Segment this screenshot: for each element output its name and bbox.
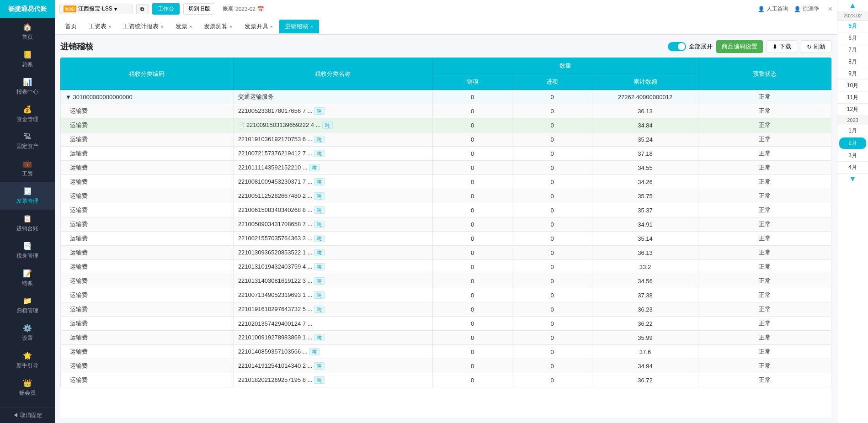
calendar-month-3[interactable]: 3月 bbox=[837, 150, 868, 162]
cell-sales: 0 bbox=[432, 359, 512, 373]
cell-invoice: 2210081009453230371 7 ... 吨 bbox=[233, 175, 432, 189]
calendar-month-4[interactable]: 4月 bbox=[837, 162, 868, 174]
nav-tab-1[interactable]: 工资表× bbox=[83, 20, 117, 33]
table-row: 运输费 2210071349052319693 1 ... 吨 0 0 37.3… bbox=[61, 288, 831, 302]
company-selector[interactable]: 勉励 江西报宝-LSS ▾ bbox=[59, 4, 133, 14]
switch-version-button[interactable]: 切到旧版 bbox=[183, 3, 215, 15]
cell-sales: 0 bbox=[432, 104, 512, 118]
workbench-button[interactable]: 工作台 bbox=[152, 3, 180, 15]
sidebar-label-assets: 固定资产 bbox=[16, 143, 38, 150]
sidebar-label-capital: 资金管理 bbox=[16, 116, 38, 123]
cell-invoice: 2210130936520853522 1 ... 吨 bbox=[233, 246, 432, 260]
sidebar-item-member[interactable]: 👑畅会员 bbox=[0, 374, 55, 402]
calendar-month-6[interactable]: 6月 bbox=[837, 32, 868, 44]
cell-purchase: 0 bbox=[512, 345, 592, 359]
toggle-label-text: 全部展开 bbox=[689, 42, 713, 51]
sidebar-icon-archive: 📁 bbox=[23, 296, 32, 305]
cell-invoice: 2210021557035764363 3 ... 吨 bbox=[233, 232, 432, 246]
cell-purchase: 0 bbox=[512, 373, 592, 387]
cell-name-child: 运输费 bbox=[61, 331, 234, 345]
table-row: 运输费 2210191036192170753 6 ... 吨 0 0 35.2… bbox=[61, 132, 831, 147]
sidebar-label-reports: 报表中心 bbox=[16, 88, 38, 96]
cell-status: 正常 bbox=[698, 147, 831, 161]
sidebar-item-reports[interactable]: 📊报表中心 bbox=[0, 73, 55, 100]
calendar-month-2-active[interactable]: 2月 bbox=[839, 137, 866, 149]
nav-tab-2[interactable]: 工资统计报表× bbox=[117, 20, 169, 33]
cell-cumulative: 34.84 bbox=[592, 118, 698, 132]
cell-name-child: 运输费 bbox=[61, 189, 234, 203]
sidebar-item-capital[interactable]: 💰资金管理 bbox=[0, 100, 55, 128]
cell-sales: 0 bbox=[432, 90, 512, 104]
copy-button[interactable]: ⧉ bbox=[136, 4, 149, 14]
calendar-month-12[interactable]: 12月 bbox=[837, 104, 868, 116]
unit-tag: 吨 bbox=[314, 107, 325, 115]
expand-toggle[interactable]: 全部展开 bbox=[668, 42, 713, 51]
tab-close-4[interactable]: × bbox=[229, 24, 232, 29]
tab-close-2[interactable]: × bbox=[160, 24, 163, 29]
support-label: 人工咨询 bbox=[767, 5, 788, 13]
calendar-month-7[interactable]: 7月 bbox=[837, 44, 868, 56]
tab-close-3[interactable]: × bbox=[189, 24, 192, 29]
table-row: 运输费 2210051125282667480 2 ... 吨 0 0 35.7… bbox=[61, 189, 831, 203]
sidebar-item-home[interactable]: 🏠首页 bbox=[0, 18, 55, 46]
nav-tab-4[interactable]: 发票测算× bbox=[198, 20, 238, 33]
user-name: 徐涯华 bbox=[803, 5, 819, 13]
period-info: 账期 2023-02 📅 bbox=[223, 5, 264, 13]
tree-collapse-icon[interactable]: ▼ bbox=[65, 94, 73, 100]
nav-tab-3[interactable]: 发票× bbox=[170, 20, 197, 33]
col-header-purchase: 进项 bbox=[512, 74, 592, 90]
calendar-month-5[interactable]: 5月 bbox=[837, 21, 868, 32]
sidebar-item-archive[interactable]: 📁归档管理 bbox=[0, 292, 55, 319]
cell-status: 正常 bbox=[698, 260, 831, 274]
tab-label-0: 首页 bbox=[65, 22, 77, 31]
unit-tag: 吨 bbox=[314, 206, 325, 214]
settings-button[interactable]: 商品编码设置 bbox=[716, 40, 763, 53]
calendar-month-11[interactable]: 11月 bbox=[837, 92, 868, 104]
table-row: 运输费 2210111143592152210 ... 吨 0 0 34.55 … bbox=[61, 161, 831, 175]
calendar-month-9[interactable]: 9月 bbox=[837, 68, 868, 80]
sidebar-icon-ledger: 📒 bbox=[23, 50, 32, 59]
table-row: 运输费 2210131019432403759 4 ... 吨 0 0 33.2… bbox=[61, 260, 831, 274]
sidebar-item-settings[interactable]: ⚙️设置 bbox=[0, 319, 55, 347]
refresh-button[interactable]: ↻ 刷新 bbox=[801, 40, 831, 53]
sidebar-item-salary[interactable]: 💼工资 bbox=[0, 155, 55, 182]
unit-tag: 吨 bbox=[309, 348, 320, 355]
unpin-button[interactable]: ◀ 取消固定 bbox=[0, 407, 55, 423]
calendar-down-nav[interactable]: ▼ bbox=[837, 174, 868, 185]
cell-status: 正常 bbox=[698, 189, 831, 203]
sidebar-item-assets[interactable]: 🏗固定资产 bbox=[0, 128, 55, 155]
sidebar-item-sales[interactable]: 📋进销台账 bbox=[0, 210, 55, 237]
sidebar-item-invoice[interactable]: 🧾发票管理 bbox=[0, 182, 55, 210]
sidebar-item-ledger[interactable]: 📒总账 bbox=[0, 46, 55, 73]
close-button[interactable]: × bbox=[828, 5, 832, 13]
tab-close-6[interactable]: × bbox=[310, 24, 313, 29]
calendar-month-1[interactable]: 1月 bbox=[837, 125, 868, 137]
sidebar-item-guide[interactable]: 🌟新手引导 bbox=[0, 347, 55, 374]
download-label: 下载 bbox=[779, 42, 791, 51]
download-icon: ⬇ bbox=[772, 43, 777, 50]
user-profile[interactable]: 👤 徐涯华 bbox=[794, 5, 819, 13]
calendar-month-8[interactable]: 8月 bbox=[837, 56, 868, 68]
cell-invoice: 2210131403081619122 3 ... 吨 bbox=[233, 274, 432, 288]
tab-close-1[interactable]: × bbox=[108, 24, 111, 29]
toggle-switch-control[interactable] bbox=[668, 42, 686, 51]
support-link[interactable]: 👤 人工咨询 bbox=[758, 5, 788, 13]
sidebar-item-tax[interactable]: 📑税务管理 bbox=[0, 237, 55, 264]
tab-close-5[interactable]: × bbox=[270, 24, 273, 29]
nav-tab-5[interactable]: 发票开具× bbox=[239, 20, 278, 33]
sidebar-item-settlement[interactable]: 📝结账 bbox=[0, 264, 55, 292]
calendar-up-nav[interactable]: ▲ bbox=[837, 0, 868, 11]
nav-tab-6[interactable]: 进销稽核× bbox=[279, 20, 319, 33]
cell-cumulative: 36.23 bbox=[592, 302, 698, 317]
calendar-month-10[interactable]: 10月 bbox=[837, 80, 868, 92]
cell-name-child: 运输费 bbox=[61, 232, 234, 246]
cell-sales: 0 bbox=[432, 161, 512, 175]
cell-sales: 0 bbox=[432, 175, 512, 189]
nav-tab-0[interactable]: 首页 bbox=[59, 20, 82, 33]
cell-purchase: 0 bbox=[512, 246, 592, 260]
download-button[interactable]: ⬇ 下载 bbox=[767, 40, 797, 53]
cell-invoice: 📄2210091503139659222 4 ... 吨 bbox=[233, 118, 432, 132]
calendar-icon[interactable]: 📅 bbox=[257, 6, 264, 12]
table-row: 运输费 2210050903431708658 7 ... 吨 0 0 34.9… bbox=[61, 217, 831, 232]
cell-cumulative: 36.22 bbox=[592, 317, 698, 331]
